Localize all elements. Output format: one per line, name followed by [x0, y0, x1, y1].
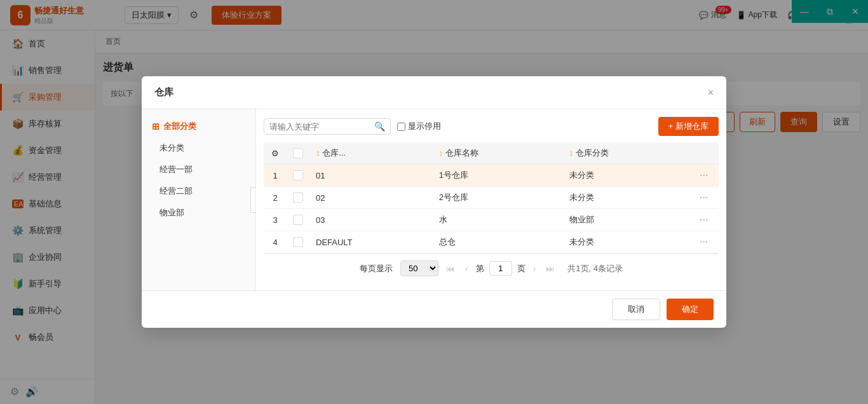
more-icon: ··· [700, 214, 708, 225]
table-row[interactable]: 4 DEFAULT 总仓 未分类 ··· [264, 231, 719, 253]
row-name-0: 1号仓库 [433, 165, 563, 187]
row-checkbox-0[interactable] [287, 165, 309, 187]
table-row[interactable]: 3 03 水 物业部 ··· [264, 209, 719, 231]
next-page-button[interactable]: › [531, 262, 539, 275]
search-input-wrap: 🔍 [264, 118, 391, 135]
dialog-category-sidebar: ⊞ 全部分类 未分类 经营一部 经营二部 物业部 《 [142, 109, 256, 290]
row-code-2: 03 [309, 209, 433, 231]
row-more-1[interactable]: ··· [693, 187, 719, 209]
confirm-button[interactable]: 确定 [667, 299, 714, 320]
dialog-body: ⊞ 全部分类 未分类 经营一部 经营二部 物业部 《 [142, 109, 726, 290]
row-code-3: DEFAULT [309, 231, 433, 253]
total-info: 共1页, 4条记录 [567, 263, 623, 274]
row-code-0: 01 [309, 165, 433, 187]
row-more-2[interactable]: ··· [693, 209, 719, 231]
category-item-3[interactable]: 物业部 [142, 202, 255, 224]
row-name-2: 水 [433, 209, 563, 231]
dialog-actions: 取消 确定 [142, 290, 726, 328]
row-checkbox-1[interactable] [287, 187, 309, 209]
row-more-0[interactable]: ··· [693, 165, 719, 187]
dialog-title: 仓库 [154, 86, 173, 98]
category-item-1[interactable]: 经营一部 [142, 159, 255, 180]
category-item-0[interactable]: 未分类 [142, 137, 255, 159]
cancel-button[interactable]: 取消 [612, 299, 660, 320]
grid-icon: ⊞ [152, 121, 159, 131]
search-icon[interactable]: 🔍 [374, 121, 385, 131]
row-category-3: 未分类 [563, 231, 693, 253]
row-code-1: 02 [309, 187, 433, 209]
table-body: 1 01 1号仓库 未分类 ··· 2 02 2 [264, 165, 719, 253]
search-input[interactable] [269, 122, 374, 131]
row-num: 1 [264, 165, 287, 187]
page-label: 第 [476, 263, 484, 274]
row-category-0: 未分类 [563, 165, 693, 187]
prev-page-button[interactable]: ‹ [463, 262, 471, 275]
show-disabled-label[interactable]: 显示停用 [397, 121, 441, 132]
table-row[interactable]: 1 01 1号仓库 未分类 ··· [264, 165, 719, 187]
sidebar-collapse-button[interactable]: 《 [250, 187, 256, 213]
sort-category-icon[interactable]: ↕ [569, 148, 574, 158]
more-icon: ··· [700, 170, 708, 180]
row-name-3: 总仓 [433, 231, 563, 253]
sort-code-icon[interactable]: ↕ [316, 148, 320, 158]
page-unit: 页 [517, 263, 526, 274]
page-size-select[interactable]: 50 100 200 [400, 260, 438, 276]
dialog-main-panel: 🔍 显示停用 + 新增仓库 ⚙ [256, 109, 726, 290]
first-page-button[interactable]: ⏮ [444, 262, 458, 275]
row-checkbox-3[interactable] [287, 231, 309, 253]
row-num: 2 [264, 187, 287, 209]
dialog-header: 仓库 × [142, 76, 726, 109]
row-category-2: 物业部 [563, 209, 693, 231]
pagination-bar: 每页显示 50 100 200 ⏮ ‹ 第 页 › ⏭ 共1页, 4条记录 [264, 253, 719, 283]
last-page-button[interactable]: ⏭ [543, 262, 557, 275]
dialog-close-button[interactable]: × [708, 88, 714, 98]
th-actions [693, 142, 719, 165]
row-checkbox-2[interactable] [287, 209, 309, 231]
row-num: 3 [264, 209, 287, 231]
sort-name-icon[interactable]: ↕ [439, 148, 444, 158]
th-category: ↕ 仓库分类 [563, 142, 693, 165]
category-item-2[interactable]: 经营二部 [142, 180, 255, 202]
th-name: ↕ 仓库名称 [433, 142, 563, 165]
th-code: ↕ 仓库... [309, 142, 433, 165]
th-settings: ⚙ [264, 142, 287, 165]
table-container: ⚙ ↕ 仓库... ↕ [264, 142, 719, 253]
show-disabled-checkbox[interactable] [397, 123, 405, 131]
page-number-input[interactable] [489, 261, 512, 276]
th-checkbox [287, 142, 309, 165]
select-all-checkbox[interactable] [293, 148, 303, 158]
row-more-3[interactable]: ··· [693, 231, 719, 253]
warehouse-dialog: 仓库 × ⊞ 全部分类 未分类 经营一部 经营二部 [142, 76, 726, 328]
add-warehouse-button[interactable]: + 新增仓库 [658, 117, 719, 136]
modal-overlay: 仓库 × ⊞ 全部分类 未分类 经营一部 经营二部 [0, 0, 868, 404]
dialog-toolbar: 🔍 显示停用 + 新增仓库 [264, 117, 719, 136]
warehouse-table: ⚙ ↕ 仓库... ↕ [264, 142, 719, 253]
row-num: 4 [264, 231, 287, 253]
table-header: ⚙ ↕ 仓库... ↕ [264, 142, 719, 165]
row-name-1: 2号仓库 [433, 187, 563, 209]
all-categories-item[interactable]: ⊞ 全部分类 [142, 116, 255, 137]
more-icon: ··· [700, 236, 708, 247]
more-icon: ··· [700, 192, 708, 203]
row-category-1: 未分类 [563, 187, 693, 209]
table-row[interactable]: 2 02 2号仓库 未分类 ··· [264, 187, 719, 209]
